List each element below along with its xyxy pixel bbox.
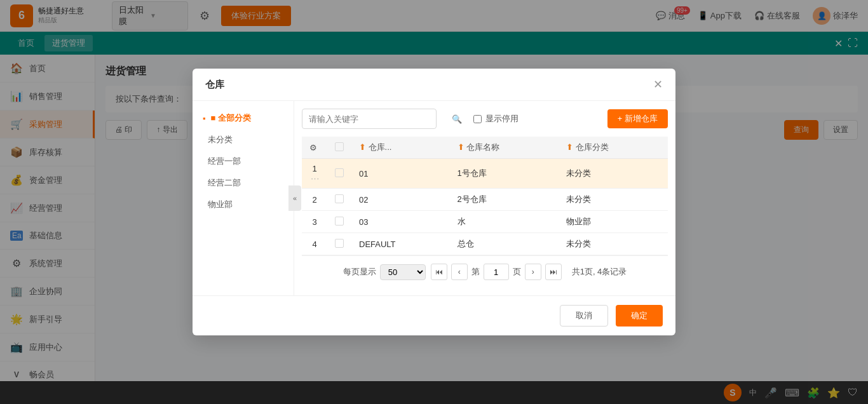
- modal-body: ▪ ■ 全部分类 未分类 经营一部 经营二部 物业部 « 🔍: [193, 101, 675, 295]
- table-row[interactable]: 3 03 水 物业部: [302, 211, 668, 233]
- cell-code: 02: [351, 189, 450, 211]
- search-icon[interactable]: 🔍: [452, 114, 462, 124]
- table-body: 1··· 01 1号仓库 未分类 2 02 2号仓库 未分类 3: [302, 159, 668, 255]
- per-page-label: 每页显示: [343, 266, 376, 278]
- table-row[interactable]: 1··· 01 1号仓库 未分类: [302, 159, 668, 189]
- cell-more[interactable]: 4: [302, 233, 327, 255]
- last-page-button[interactable]: ⏭: [545, 264, 562, 280]
- show-disabled-checkbox[interactable]: [473, 115, 482, 123]
- category-all-item[interactable]: ▪ ■ 全部分类: [193, 107, 294, 129]
- category-all-label: ■ 全部分类: [211, 112, 251, 124]
- cell-checkbox[interactable]: [327, 233, 351, 255]
- page-suffix: 页: [513, 266, 521, 278]
- collapse-panel-button[interactable]: «: [288, 185, 301, 211]
- cell-checkbox[interactable]: [327, 189, 351, 211]
- cell-category: 物业部: [559, 211, 668, 233]
- show-disabled-toggle[interactable]: 显示停用: [473, 113, 519, 125]
- table-container: ⚙ ⬆ 仓库... ⬆ 仓库名称 ⬆ 仓库分类 1··· 0: [302, 137, 668, 255]
- th-name[interactable]: ⬆ 仓库名称: [450, 137, 559, 159]
- table-row[interactable]: 4 DEFAULT 总仓 未分类: [302, 233, 668, 255]
- cell-name: 总仓: [450, 233, 559, 255]
- sort-icon-name: ⬆: [458, 142, 465, 152]
- cell-name: 1号仓库: [450, 159, 559, 189]
- grid-icon: ▪: [203, 114, 206, 123]
- per-page-selector: 每页显示 50 20 100: [343, 264, 426, 280]
- cell-code: 01: [351, 159, 450, 189]
- page-label: 第: [471, 266, 480, 278]
- show-disabled-label: 显示停用: [485, 113, 519, 125]
- select-all-checkbox[interactable]: [335, 142, 344, 151]
- search-input[interactable]: [302, 109, 437, 129]
- table-panel: 🔍 显示停用 + 新增仓库 ⚙: [294, 101, 675, 295]
- cancel-button[interactable]: 取消: [560, 305, 608, 327]
- prev-page-button[interactable]: ‹: [451, 264, 468, 280]
- category-panel: ▪ ■ 全部分类 未分类 经营一部 经营二部 物业部 «: [193, 101, 294, 295]
- row-checkbox[interactable]: [335, 217, 344, 226]
- table-toolbar: 🔍 显示停用 + 新增仓库: [302, 109, 668, 129]
- modal-close-icon[interactable]: ✕: [653, 77, 663, 91]
- pagination: 每页显示 50 20 100 ⏮ ‹ 第 页 ›: [302, 255, 668, 288]
- row-checkbox[interactable]: [335, 168, 344, 177]
- table-head: ⚙ ⬆ 仓库... ⬆ 仓库名称 ⬆ 仓库分类: [302, 137, 668, 159]
- th-gear[interactable]: ⚙: [302, 137, 327, 159]
- modal-title: 仓库: [205, 79, 653, 91]
- sort-icon: ⬆: [359, 142, 366, 152]
- category-dept1[interactable]: 经营一部: [193, 151, 294, 172]
- cell-category: 未分类: [559, 233, 668, 255]
- th-code[interactable]: ⬆ 仓库...: [351, 137, 450, 159]
- cell-more[interactable]: 2: [302, 189, 327, 211]
- page-input[interactable]: [484, 264, 509, 280]
- cell-code: DEFAULT: [351, 233, 450, 255]
- th-checkbox[interactable]: [327, 137, 351, 159]
- warehouse-table: ⚙ ⬆ 仓库... ⬆ 仓库名称 ⬆ 仓库分类 1··· 0: [302, 137, 668, 255]
- page-total: 共1页, 4条记录: [572, 266, 627, 278]
- warehouse-modal: 仓库 ✕ ▪ ■ 全部分类 未分类 经营一部 经营二部 物业部 «: [193, 69, 675, 335]
- cell-category: 未分类: [559, 159, 668, 189]
- add-warehouse-button[interactable]: + 新增仓库: [607, 109, 668, 128]
- cell-checkbox[interactable]: [327, 159, 351, 189]
- search-wrapper: 🔍: [302, 109, 467, 129]
- page-navigation: ⏮ ‹ 第 页 › ⏭: [431, 264, 562, 280]
- next-page-button[interactable]: ›: [525, 264, 541, 280]
- cell-category: 未分类: [559, 189, 668, 211]
- cell-checkbox[interactable]: [327, 211, 351, 233]
- modal-overlay: 仓库 ✕ ▪ ■ 全部分类 未分类 经营一部 经营二部 物业部 «: [0, 0, 868, 404]
- cell-name: 水: [450, 211, 559, 233]
- per-page-select[interactable]: 50 20 100: [380, 264, 426, 280]
- cell-more[interactable]: 1···: [302, 159, 327, 189]
- cell-name: 2号仓库: [450, 189, 559, 211]
- table-row[interactable]: 2 02 2号仓库 未分类: [302, 189, 668, 211]
- modal-header: 仓库 ✕: [193, 69, 675, 101]
- modal-footer: 取消 确定: [193, 295, 675, 335]
- cell-more[interactable]: 3: [302, 211, 327, 233]
- th-category[interactable]: ⬆ 仓库分类: [559, 137, 668, 159]
- confirm-button[interactable]: 确定: [616, 305, 663, 327]
- row-checkbox[interactable]: [335, 239, 344, 248]
- cell-code: 03: [351, 211, 450, 233]
- category-dept2[interactable]: 经营二部: [193, 172, 294, 194]
- sort-icon-cat: ⬆: [566, 142, 573, 152]
- category-unclassified[interactable]: 未分类: [193, 129, 294, 151]
- first-page-button[interactable]: ⏮: [431, 264, 447, 280]
- category-property[interactable]: 物业部: [193, 194, 294, 215]
- row-checkbox[interactable]: [335, 194, 344, 203]
